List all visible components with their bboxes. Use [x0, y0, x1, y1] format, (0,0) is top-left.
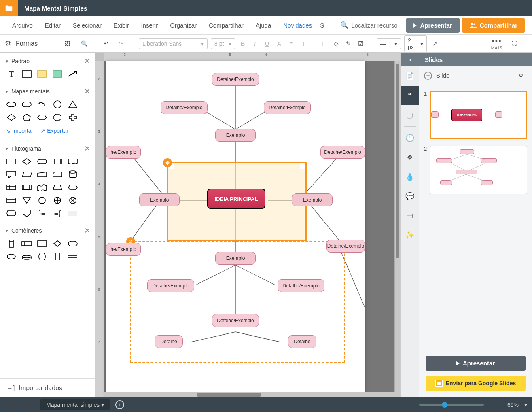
shape-roundrect[interactable] [21, 100, 32, 109]
close-icon[interactable]: ✕ [84, 87, 90, 96]
rail-history-icon[interactable]: 🕘 [401, 128, 419, 148]
node-detex-br[interactable]: Detalhe/Exemplo [278, 279, 324, 292]
menu-s[interactable]: S [319, 19, 325, 31]
shape-cont-6[interactable] [6, 252, 17, 261]
node-exemplo-left[interactable]: Exemplo [139, 193, 180, 206]
gear-icon[interactable]: ⚙ [5, 39, 11, 48]
menu-compartilhar[interactable]: Compartilhar [204, 19, 248, 31]
shape-block[interactable] [52, 70, 63, 79]
text-box-button[interactable]: T [299, 39, 308, 48]
node-exemplo-top[interactable]: Exemplo [215, 129, 256, 142]
check-style-button[interactable]: ☑ [356, 39, 365, 48]
stroke-width-select[interactable]: 2 px▾ [404, 35, 427, 52]
page-tab[interactable]: Mapa mental simples ▾ [40, 399, 110, 410]
shape-circle[interactable] [52, 100, 63, 109]
grid-view-icon[interactable]: ▦ [23, 399, 35, 411]
import-button[interactable]: ↘ Importar [6, 127, 33, 134]
shape-offpage[interactable] [21, 209, 32, 218]
add-slide-label[interactable]: Slide [436, 72, 511, 79]
shape-cont-3[interactable] [36, 239, 48, 248]
section-padrao-header[interactable]: ▼Padrão✕ [0, 53, 95, 68]
shape-note[interactable] [36, 70, 48, 79]
shape-brace-r[interactable]: }≡ [36, 209, 48, 218]
menu-novidades[interactable]: Novidades [278, 19, 317, 31]
shape-process[interactable] [6, 157, 17, 166]
zoom-out-button[interactable]: − [401, 399, 413, 411]
menu-editar[interactable]: Editar [40, 19, 66, 31]
shape-pentagon[interactable] [21, 113, 32, 122]
shape-tape[interactable] [36, 183, 48, 192]
shape-circ2[interactable] [36, 196, 48, 205]
slide-thumb-1[interactable]: IDEIA PRINCIPAL [430, 91, 527, 139]
slide-2[interactable]: 2 [424, 146, 527, 194]
menu-organizar[interactable]: Organizar [165, 19, 201, 31]
slides-settings-icon[interactable]: ⚙ [515, 70, 527, 82]
zoom-in-button[interactable]: + [490, 399, 502, 411]
import-data-button[interactable]: →] Importar dados [0, 378, 95, 397]
shape-cont-10[interactable] [67, 252, 78, 261]
shape-cloud[interactable] [36, 100, 48, 109]
shape-card[interactable] [52, 170, 63, 179]
shape-trapez[interactable] [52, 183, 63, 192]
shape-hex2[interactable] [67, 183, 78, 192]
rail-drop-icon[interactable]: 💧 [401, 167, 419, 187]
slide-1[interactable]: 1 IDEIA PRINCIPAL [424, 91, 527, 139]
zoom-value[interactable]: 69% [507, 401, 519, 408]
shape-predefined[interactable] [52, 157, 63, 166]
page[interactable]: Detalhe/Exemplo Detalhe/Exemplo Detalhe/… [106, 61, 365, 397]
menu-arquivo[interactable]: Arquivo [7, 19, 38, 31]
node-detex-tr[interactable]: Detalhe/Exemplo [264, 101, 311, 114]
shape-rect-empty[interactable] [67, 209, 78, 218]
section-mapas-header[interactable]: ▼Mapas mentais✕ [0, 83, 95, 98]
text-color-button[interactable]: A [275, 39, 284, 48]
shape-manual[interactable] [36, 170, 48, 179]
line-style-select[interactable]: —▾ [377, 38, 401, 49]
underline-button[interactable]: U [263, 39, 271, 48]
node-exemplo-right[interactable]: Exemplo [292, 193, 333, 206]
shape-cont-9[interactable] [52, 252, 63, 261]
shape-cont-4[interactable] [52, 239, 63, 248]
section-fluxo-header[interactable]: ▼Fluxograma✕ [0, 140, 95, 155]
shape-cont-1[interactable] [6, 239, 17, 248]
shape-cont-5[interactable] [67, 239, 78, 248]
close-icon[interactable]: ✕ [84, 226, 90, 235]
move-handle-icon[interactable]: ✥ [163, 158, 172, 167]
search-shapes-icon[interactable]: 🔍 [78, 38, 90, 50]
document-title[interactable]: Mapa Mental Simples [24, 5, 87, 12]
shape-page[interactable] [6, 196, 17, 205]
shape-sumjunc[interactable] [52, 196, 63, 205]
shape-or[interactable] [67, 196, 78, 205]
shape-ellipse[interactable] [6, 100, 17, 109]
shape-cont-2[interactable] [21, 239, 32, 248]
fullscreen-button[interactable]: ⛶ [508, 38, 520, 50]
shape-terminator[interactable] [36, 157, 48, 166]
rail-layers-icon[interactable]: ❖ [401, 148, 419, 167]
node-detex-tl[interactable]: Detalhe/Exemplo [161, 101, 208, 114]
shape-subroutine[interactable] [21, 183, 32, 192]
node-exemplo-bottom[interactable]: Exemplo [215, 252, 256, 265]
rail-magic-icon[interactable]: ✨ [401, 225, 419, 245]
shape-hexagon[interactable] [36, 113, 48, 122]
node-main-idea[interactable]: IDEIA PRINCIPAL [207, 189, 265, 209]
undo-button[interactable]: ↶ [100, 38, 112, 50]
canvas[interactable]: 3 5 6 8 2 3 4 5 6 7 [95, 53, 400, 397]
node-detalhe-l[interactable]: Detalhe [155, 335, 183, 348]
rail-page-icon[interactable]: 📄 [401, 66, 419, 86]
crop-button[interactable]: ◻ [320, 39, 329, 48]
pencil-button[interactable]: ✎ [344, 39, 353, 48]
redo-button[interactable]: ↷ [115, 38, 127, 50]
image-icon[interactable]: 🖼 [61, 38, 73, 50]
zoom-slider[interactable] [419, 404, 484, 406]
node-detex-b[interactable]: Detalhe/Exemplo [212, 314, 259, 327]
close-icon[interactable]: ✕ [84, 57, 90, 66]
scrollbar-horizontal[interactable] [104, 392, 400, 397]
bold-button[interactable]: B [238, 39, 247, 48]
shape-diamond[interactable] [6, 113, 17, 122]
close-icon[interactable]: ✕ [84, 144, 90, 153]
node-he-exemplo-l[interactable]: he/Exemplo [106, 146, 141, 159]
search-input[interactable] [351, 22, 404, 29]
node-detex-top[interactable]: Detalhe/Exemplo [212, 73, 259, 86]
share-button[interactable]: Compartilhar [462, 18, 525, 33]
shape-data[interactable] [21, 170, 32, 179]
shape-internal[interactable] [6, 183, 17, 192]
